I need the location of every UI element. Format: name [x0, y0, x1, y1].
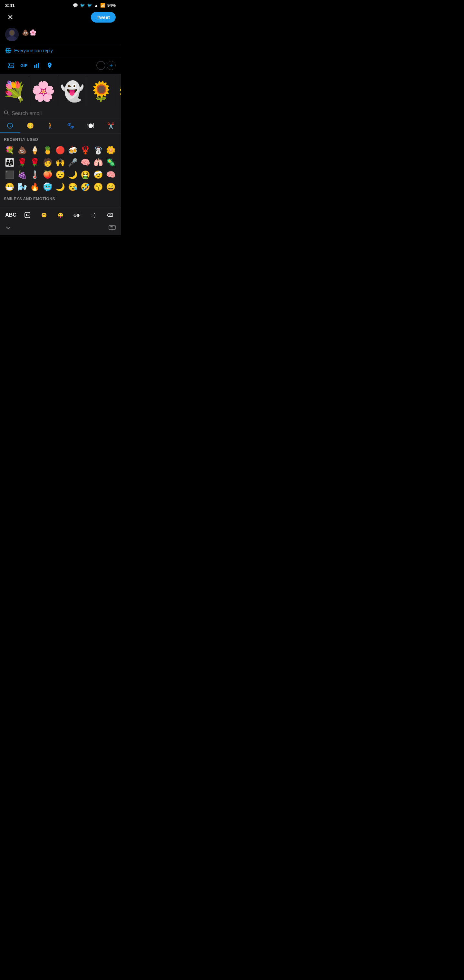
- tab-food[interactable]: 🍽️: [81, 119, 101, 133]
- twitter-icon-2: 🐦: [87, 3, 92, 8]
- recently-used-label: RECENTLY USED: [4, 137, 117, 142]
- emoji-family[interactable]: 👨‍👩‍👧: [4, 157, 16, 168]
- sticker-button[interactable]: [19, 209, 35, 221]
- search-input[interactable]: [11, 111, 117, 116]
- avatar: [5, 28, 19, 41]
- svg-rect-17: [113, 226, 113, 227]
- emoticon-button[interactable]: 😜: [52, 209, 68, 221]
- svg-point-13: [26, 214, 27, 215]
- tweet-button[interactable]: Tweet: [91, 12, 116, 22]
- emoji-rofl[interactable]: 🤣: [79, 181, 91, 193]
- reply-label: Everyone can reply: [14, 48, 53, 53]
- emoji-fire[interactable]: 🔥: [29, 181, 41, 193]
- tab-people[interactable]: 🚶: [40, 119, 60, 133]
- emoji-daisy[interactable]: 🌼: [105, 145, 117, 156]
- emoji-mask[interactable]: 😷: [4, 181, 16, 193]
- emoji-pineapple[interactable]: 🍍: [42, 145, 54, 156]
- emoji-crescent[interactable]: 🌙: [67, 169, 79, 181]
- sticker-3[interactable]: 👻: [58, 77, 87, 106]
- gif-kb-button[interactable]: GIF: [68, 209, 85, 221]
- svg-rect-15: [110, 226, 111, 227]
- emoji-icecream[interactable]: 🍦: [29, 145, 41, 156]
- emoji-search-bar: [0, 108, 121, 119]
- svg-rect-18: [114, 226, 114, 227]
- kaomoji-button[interactable]: :-): [85, 209, 102, 221]
- emoji-category-tabs: 😊 🚶 🐾 🍽️ ✂️: [0, 119, 121, 134]
- emoji-sleepy[interactable]: 😴: [54, 169, 66, 181]
- gif-button[interactable]: GIF: [18, 60, 30, 71]
- emoji-black-rect[interactable]: ⬛: [4, 169, 16, 181]
- svg-rect-16: [111, 226, 112, 227]
- twitter-icon-1: 🐦: [80, 3, 85, 8]
- poll-button[interactable]: [31, 60, 43, 71]
- tab-smileys[interactable]: 😊: [20, 119, 41, 133]
- emoji-panel: RECENTLY USED 💐 💩 🍦 🍍 🔴 🍻 🦞 ☃️ 🌼 👨‍👩‍👧 🌹…: [0, 134, 121, 208]
- sticker-5[interactable]: 🌼: [116, 77, 121, 106]
- emoji-tired[interactable]: 😪: [67, 181, 79, 193]
- location-button[interactable]: [44, 60, 56, 71]
- tweet-text[interactable]: 💩🌸: [22, 28, 116, 41]
- character-count: [96, 61, 105, 70]
- svg-point-9: [5, 111, 8, 114]
- emoji-grapes[interactable]: 🍇: [16, 169, 28, 181]
- svg-rect-19: [110, 228, 111, 228]
- emoji-button[interactable]: 😊: [36, 209, 52, 221]
- svg-rect-4: [8, 63, 14, 68]
- emoji-blue-head[interactable]: 🧠: [105, 169, 117, 181]
- emoji-rose-stem[interactable]: 🌹: [16, 157, 28, 168]
- svg-rect-7: [36, 64, 37, 68]
- emoji-peach[interactable]: 🍑: [42, 169, 54, 181]
- emoji-raised-hands[interactable]: 🙌: [54, 157, 66, 168]
- emoji-mic[interactable]: 🎤: [67, 157, 79, 168]
- emoji-cold-face[interactable]: 🥶: [42, 181, 54, 193]
- sticker-2[interactable]: 🌸: [29, 77, 58, 106]
- smileys-label: SMILEYS AND EMOTIONS: [4, 197, 117, 201]
- emoji-red-circle[interactable]: 🔴: [54, 145, 66, 156]
- recently-used-grid: 💐 💩 🍦 🍍 🔴 🍻 🦞 ☃️ 🌼 👨‍👩‍👧 🌹 🌹 🧑 🙌 🎤 🧠 🫁 🦠…: [4, 145, 117, 193]
- delete-button[interactable]: ⌫: [102, 209, 118, 221]
- tab-animals[interactable]: 🐾: [60, 119, 81, 133]
- emoji-bouquet[interactable]: 💐: [4, 145, 16, 156]
- abc-button[interactable]: ABC: [3, 209, 19, 221]
- emoji-grin[interactable]: 😄: [105, 181, 117, 193]
- tab-recent[interactable]: [0, 119, 20, 133]
- emoji-thermometer[interactable]: 🌡️: [29, 169, 41, 181]
- emoji-fog[interactable]: 🌬️: [16, 181, 28, 193]
- add-tweet-button[interactable]: +: [106, 61, 116, 70]
- keyboard-toggle-button[interactable]: [109, 225, 116, 232]
- emoji-person[interactable]: 🧑: [42, 157, 54, 168]
- sticker-1[interactable]: 💐: [0, 77, 29, 106]
- emoji-injured[interactable]: 🤕: [92, 169, 104, 181]
- collapse-button[interactable]: [5, 225, 11, 233]
- emoji-snowman[interactable]: ☃️: [92, 145, 104, 156]
- emoji-lungs[interactable]: 🫁: [92, 157, 104, 168]
- svg-point-3: [10, 30, 14, 35]
- svg-rect-8: [38, 63, 39, 68]
- top-nav: ✕ Tweet: [0, 10, 121, 25]
- emoji-nauseated[interactable]: 🤮: [79, 169, 91, 181]
- globe-icon: 🌐: [5, 48, 11, 54]
- reply-setting[interactable]: 🌐 Everyone can reply: [0, 44, 121, 57]
- emoji-virus[interactable]: 🦠: [105, 157, 117, 168]
- status-icons: 💬 🐦 🐦 ▲ 📶 94%: [73, 3, 116, 8]
- close-button[interactable]: ✕: [5, 12, 16, 22]
- emoji-rose[interactable]: 🌹: [29, 157, 41, 168]
- emoji-poop[interactable]: 💩: [16, 145, 28, 156]
- svg-rect-21: [114, 228, 114, 228]
- notification-icon: 💬: [73, 3, 78, 8]
- emoji-beers[interactable]: 🍻: [67, 145, 79, 156]
- emoji-lobster[interactable]: 🦞: [79, 145, 91, 156]
- image-button[interactable]: [5, 60, 17, 71]
- tab-other[interactable]: ✂️: [101, 119, 121, 133]
- svg-line-10: [7, 114, 9, 115]
- battery-text: 94%: [107, 3, 116, 8]
- emoji-brain[interactable]: 🧠: [79, 157, 91, 168]
- search-icon: [4, 110, 9, 117]
- emoji-moon-face[interactable]: 🌙: [54, 181, 66, 193]
- sticker-suggestions: 💐 🌸 👻 🌻 🌼: [0, 74, 121, 108]
- status-time: 3:41: [5, 3, 15, 8]
- emoji-kiss[interactable]: 😙: [92, 181, 104, 193]
- svg-rect-14: [109, 225, 115, 229]
- sticker-4[interactable]: 🌻: [87, 77, 116, 106]
- avatar-image: [5, 28, 19, 41]
